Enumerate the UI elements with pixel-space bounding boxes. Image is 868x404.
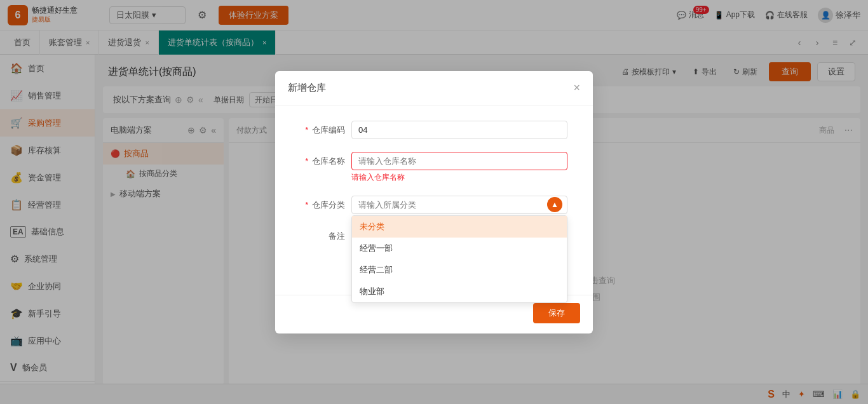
category-dropdown-wrap: ▲ — [351, 196, 567, 214]
name-label: * 仓库名称 — [301, 152, 345, 167]
new-warehouse-modal: 新增仓库 × * 仓库编码 * 仓库名称 — [275, 71, 593, 333]
save-button[interactable]: 保存 — [533, 303, 580, 323]
form-row-category: * 仓库分类 ▲ 未分类 经营一部 经营二部 物业部 — [301, 196, 567, 214]
category-dropdown-list: 未分类 经营一部 经营二部 物业部 — [351, 215, 567, 303]
dropdown-option-uncategorized[interactable]: 未分类 — [352, 216, 567, 238]
dropdown-option-dept1[interactable]: 经营一部 — [352, 238, 567, 259]
category-dropdown-arrow[interactable]: ▲ — [547, 197, 562, 212]
dropdown-option-dept2[interactable]: 经营二部 — [352, 259, 567, 281]
name-input[interactable] — [351, 152, 567, 170]
category-input[interactable] — [351, 196, 567, 214]
form-row-name: * 仓库名称 请输入仓库名称 — [301, 152, 567, 183]
modal-body: * 仓库编码 * 仓库名称 请输入仓库名称 — [275, 105, 593, 295]
form-row-code: * 仓库编码 — [301, 121, 567, 139]
code-label: * 仓库编码 — [301, 121, 345, 136]
name-field: 请输入仓库名称 — [351, 152, 567, 183]
modal-header: 新增仓库 × — [275, 71, 593, 105]
code-field — [351, 121, 567, 139]
note-label: 备注 — [301, 227, 345, 242]
modal-title: 新增仓库 — [288, 82, 326, 94]
modal-close-icon[interactable]: × — [573, 81, 580, 95]
modal-overlay: 新增仓库 × * 仓库编码 * 仓库名称 — [0, 0, 868, 404]
category-field: ▲ 未分类 经营一部 经营二部 物业部 — [351, 196, 567, 214]
category-label: * 仓库分类 — [301, 196, 345, 211]
code-input[interactable] — [351, 121, 567, 139]
dropdown-option-property[interactable]: 物业部 — [352, 281, 567, 302]
chevron-up-icon: ▲ — [551, 200, 559, 209]
name-error-msg: 请输入仓库名称 — [351, 172, 567, 183]
